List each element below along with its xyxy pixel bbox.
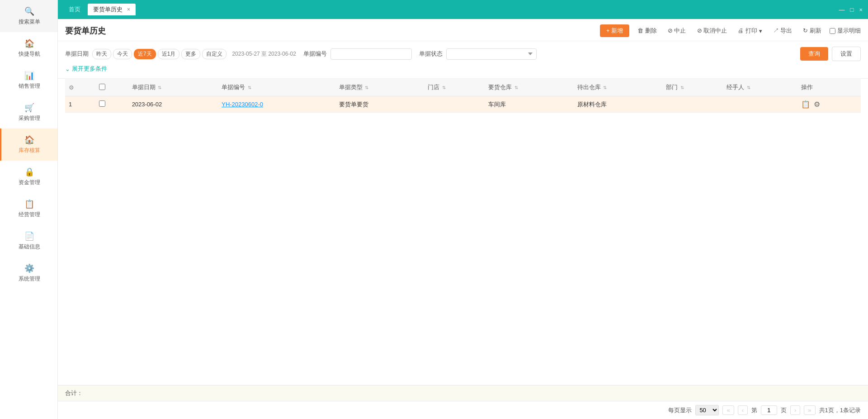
yesterday-btn[interactable]: 昨天 xyxy=(92,49,111,59)
home-tab-label: 首页 xyxy=(69,5,80,14)
sidebar-item-label: 资金管理 xyxy=(19,179,40,186)
th-pending-warehouse-label: 待出仓库 xyxy=(577,84,601,90)
doc-no-link[interactable]: YH-20230602-0 xyxy=(222,101,263,108)
view-action-icon[interactable]: 📋 xyxy=(801,100,810,109)
filter-row-1: 单据日期 昨天 今天 近7天 近1月 更多 自定义 2023-05-27 至 2… xyxy=(65,47,861,61)
sidebar-item-search-menu[interactable]: 🔍 搜索菜单 xyxy=(0,0,57,32)
th-gear[interactable]: ⚙ xyxy=(65,79,95,96)
row-req-warehouse: 车间库 xyxy=(485,96,574,113)
th-req-warehouse[interactable]: 要货仓库 ⇅ xyxy=(485,79,574,96)
export-button[interactable]: ↗ 导出 xyxy=(770,25,795,37)
sidebar-item-inventory[interactable]: 🏠 库存核算 xyxy=(0,129,57,161)
topbar-minimize-btn[interactable]: — xyxy=(839,6,845,13)
sidebar-item-quick-nav[interactable]: 🏠 快捷导航 xyxy=(0,32,57,64)
today-btn[interactable]: 今天 xyxy=(113,49,132,59)
doc-no-label: 单据编号 xyxy=(303,50,327,58)
sidebar-item-label: 搜索菜单 xyxy=(19,18,40,26)
display-detail-checkbox[interactable] xyxy=(830,28,835,34)
tab-home[interactable]: 首页 xyxy=(63,4,86,15)
print-button[interactable]: 🖨 打印 ▾ xyxy=(735,25,765,37)
topbar-restore-btn[interactable]: □ xyxy=(850,6,854,13)
topbar: 首页 要货单历史 × — □ × xyxy=(58,0,868,19)
cancel-stop-button[interactable]: ⊘ 取消中止 xyxy=(694,25,730,37)
data-table: ⚙ 单据日期 ⇅ 单据编号 ⇅ xyxy=(65,79,861,113)
quick-nav-icon: 🏠 xyxy=(24,38,34,48)
date-label: 单据日期 xyxy=(65,50,89,58)
sort-handler-icon: ⇅ xyxy=(747,85,750,90)
th-pending-warehouse[interactable]: 待出仓库 ⇅ xyxy=(574,79,663,96)
select-all-checkbox[interactable] xyxy=(99,84,105,90)
th-dept[interactable]: 部门 ⇅ xyxy=(662,79,723,96)
row-date: 2023-06-02 xyxy=(128,96,218,113)
filter-area: 单据日期 昨天 今天 近7天 近1月 更多 自定义 2023-05-27 至 2… xyxy=(58,41,868,79)
next-page-btn[interactable]: › xyxy=(790,405,800,415)
row-doc-type: 要货单要货 xyxy=(335,96,425,113)
print-btn-label: 🖨 打印 xyxy=(738,27,757,35)
sidebar-item-label: 基础信息 xyxy=(19,243,40,251)
th-doc-no[interactable]: 单据编号 ⇅ xyxy=(218,79,335,96)
th-doc-type-label: 单据类型 xyxy=(339,84,363,90)
stop-button[interactable]: ⊘ 中止 xyxy=(665,25,689,37)
th-date-label: 单据日期 xyxy=(132,84,156,90)
page-header: 要货单历史 + 新增 🗑 删除 ⊘ 中止 ⊘ 取消中止 🖨 打印 ▾ xyxy=(58,19,868,41)
topbar-close-btn[interactable]: × xyxy=(859,6,863,13)
doc-no-input[interactable] xyxy=(330,48,412,60)
th-dept-label: 部门 xyxy=(666,84,678,90)
refresh-button[interactable]: ↻ 刷新 xyxy=(800,25,824,37)
toolbar: + 新增 🗑 删除 ⊘ 中止 ⊘ 取消中止 🖨 打印 ▾ ↗ 导出 xyxy=(600,24,861,37)
delete-action-icon[interactable]: ⚙ xyxy=(814,100,820,109)
th-date[interactable]: 单据日期 ⇅ xyxy=(128,79,218,96)
tab-active[interactable]: 要货单历史 × xyxy=(88,4,136,15)
settings-button[interactable]: 设置 xyxy=(832,47,861,61)
sidebar-item-sales-mgmt[interactable]: 📊 销售管理 xyxy=(0,64,57,96)
expand-more-btn[interactable]: ⌄ 展开更多条件 xyxy=(65,65,861,73)
sort-req-warehouse-icon: ⇅ xyxy=(514,85,518,90)
row-checkbox-cell xyxy=(95,96,128,113)
custom-btn[interactable]: 自定义 xyxy=(202,49,226,59)
display-detail-label: 显示明细 xyxy=(837,27,861,35)
sidebar-item-finance-mgmt[interactable]: 🔒 资金管理 xyxy=(0,161,57,193)
display-detail-checkbox-group[interactable]: 显示明细 xyxy=(830,27,861,35)
new-button[interactable]: + 新增 xyxy=(600,24,629,37)
pagination-area: 每页显示 50 10 20 100 « ‹ 第 页 › » 共1页，1条记录 xyxy=(58,401,868,419)
sidebar-item-basic-info[interactable]: 📄 基础信息 xyxy=(0,225,57,257)
th-doc-no-label: 单据编号 xyxy=(222,84,245,90)
total-info-text: 共1页，1条记录 xyxy=(819,406,861,414)
doc-status-select[interactable]: 待审核 已审核 已中止 xyxy=(446,48,537,60)
query-button[interactable]: 查询 xyxy=(800,47,828,61)
per-page-select[interactable]: 50 10 20 100 xyxy=(695,405,719,415)
sidebar-item-purchase-mgmt[interactable]: 🛒 采购管理 xyxy=(0,96,57,129)
row-actions: 📋 ⚙ xyxy=(797,96,861,113)
more-btn[interactable]: 更多 xyxy=(181,49,200,59)
th-handler[interactable]: 经手人 ⇅ xyxy=(723,79,797,96)
sidebar-item-ops-mgmt[interactable]: 📋 经营管理 xyxy=(0,193,57,225)
prev-page-btn[interactable]: ‹ xyxy=(738,405,748,415)
delete-btn-label: 🗑 删除 xyxy=(637,27,657,35)
first-page-btn[interactable]: « xyxy=(722,405,734,415)
cancel-stop-btn-label: ⊘ 取消中止 xyxy=(697,27,727,35)
expand-more-label: 展开更多条件 xyxy=(72,65,107,73)
last-page-btn[interactable]: » xyxy=(804,405,815,415)
gear-icon[interactable]: ⚙ xyxy=(69,84,74,91)
th-req-warehouse-label: 要货仓库 xyxy=(488,84,512,90)
delete-button[interactable]: 🗑 删除 xyxy=(635,25,660,37)
table-area: ⚙ 单据日期 ⇅ 单据编号 ⇅ xyxy=(58,79,868,385)
table-footer: 合计： xyxy=(58,385,868,401)
page-prefix-label: 第 xyxy=(751,406,757,414)
main-area: 首页 要货单历史 × — □ × 要货单历史 + 新增 🗑 删除 ⊘ 中 xyxy=(58,0,868,419)
tab-close-icon[interactable]: × xyxy=(127,6,130,13)
print-dropdown-icon[interactable]: ▾ xyxy=(759,28,762,34)
last1month-btn[interactable]: 近1月 xyxy=(158,49,180,59)
th-doc-type[interactable]: 单据类型 ⇅ xyxy=(335,79,425,96)
sidebar-item-label: 系统管理 xyxy=(19,275,40,283)
table-row: 1 2023-06-02 YH-20230602-0 要货单要货 车间库 原材料… xyxy=(65,96,861,113)
active-tab-label: 要货单历史 xyxy=(93,5,123,14)
row-checkbox[interactable] xyxy=(99,100,105,107)
sort-doc-type-icon: ⇅ xyxy=(365,85,368,90)
row-pending-warehouse: 原材料仓库 xyxy=(574,96,663,113)
sidebar-item-sys-mgmt[interactable]: ⚙️ 系统管理 xyxy=(0,257,57,289)
th-store[interactable]: 门店 ⇅ xyxy=(424,79,485,96)
last7days-btn[interactable]: 近7天 xyxy=(134,49,156,59)
basic-info-icon: 📄 xyxy=(24,231,34,241)
page-input[interactable] xyxy=(761,405,777,415)
